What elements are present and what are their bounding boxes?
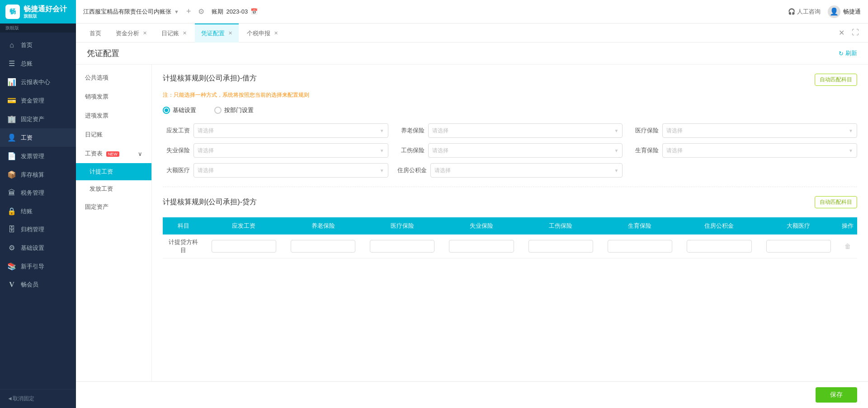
- cancel-fixed-label: ◄取消固定: [7, 395, 34, 403]
- tax-icon: 🏛: [7, 189, 16, 197]
- sidebar-item-label: 税务管理: [21, 189, 44, 197]
- left-nav-payroll-calc[interactable]: 计提工资: [76, 163, 151, 180]
- cancel-fixed-btn[interactable]: ◄取消固定: [0, 389, 76, 408]
- close-all-button[interactable]: ✕: [837, 27, 846, 39]
- sidebar-item-inventory[interactable]: 📦 库存核算: [0, 165, 76, 184]
- tab-capital-label: 资金分析: [116, 29, 139, 38]
- calendar-icon[interactable]: 📅: [250, 8, 258, 15]
- expand-button[interactable]: ⛶: [850, 27, 861, 39]
- input-major-medical[interactable]: [766, 240, 831, 253]
- medical-select[interactable]: 请选择 ▼: [662, 123, 857, 138]
- period-selector[interactable]: 账期 2023-03 📅: [212, 8, 258, 16]
- salary-placeholder: 请选择: [198, 127, 214, 135]
- tab-capital-close[interactable]: ✕: [143, 30, 147, 36]
- left-nav-fixed-assets[interactable]: 固定资产: [76, 197, 151, 216]
- radio-dept[interactable]: 按部门设置: [214, 106, 254, 114]
- section1-note: 注：只能选择一种方式，系统将按照您当前的选择来配置规则: [163, 91, 857, 99]
- delete-row-icon[interactable]: 🗑: [844, 243, 851, 250]
- maternity-label: 生育保险: [632, 146, 659, 155]
- sidebar-item-ledger[interactable]: ☰ 总账: [0, 54, 76, 73]
- maternity-dropdown-icon: ▼: [849, 148, 853, 153]
- radio-basic[interactable]: 基础设置: [163, 106, 196, 114]
- cell-maternity-val: [600, 234, 679, 258]
- radio-dept-circle: [214, 107, 222, 114]
- tab-voucher-close[interactable]: ✕: [228, 30, 232, 36]
- refresh-icon: ↻: [839, 50, 844, 57]
- sidebar-item-closing[interactable]: 🔒 结账: [0, 202, 76, 220]
- tab-tax[interactable]: 个税申报 ✕: [241, 23, 284, 42]
- injury-dropdown-icon: ▼: [614, 148, 618, 153]
- sidebar-item-guide[interactable]: 📚 新手引导: [0, 257, 76, 276]
- sidebar-item-reports[interactable]: 📊 云报表中心: [0, 73, 76, 91]
- input-housing[interactable]: [687, 240, 752, 253]
- user-menu[interactable]: 👤 畅捷通: [828, 5, 861, 18]
- cell-salary-val: [204, 234, 283, 258]
- input-injury[interactable]: [528, 240, 593, 253]
- left-nav-payroll-pay[interactable]: 发放工资: [76, 180, 151, 197]
- tab-home-label: 首页: [90, 29, 101, 38]
- headphone-icon: 🎧: [788, 8, 795, 15]
- sidebar-item-invoices[interactable]: 📄 发票管理: [0, 147, 76, 165]
- auto-match-btn-2[interactable]: 自动匹配科目: [815, 196, 857, 208]
- salary-select[interactable]: 请选择 ▼: [193, 123, 388, 138]
- company-selector[interactable]: 江西服宝精品有限责任公司内账张 ▼: [83, 8, 179, 16]
- maternity-select[interactable]: 请选择 ▼: [662, 143, 857, 158]
- field-salary: 应发工资 请选择 ▼: [163, 123, 388, 138]
- radio-dept-label: 按部门设置: [224, 106, 254, 114]
- left-nav-purchase[interactable]: 进项发票: [76, 106, 151, 125]
- auto-match-btn-1[interactable]: 自动匹配科目: [815, 74, 857, 86]
- th-housing: 住房公积金: [679, 217, 759, 234]
- input-unemployment[interactable]: [449, 240, 514, 253]
- injury-placeholder: 请选择: [432, 147, 448, 155]
- form-grid: 应发工资 请选择 ▼ 养老保险 请选择 ▼ 医疗: [163, 123, 857, 178]
- company-dropdown-icon: ▼: [174, 9, 179, 14]
- left-nav-public[interactable]: 公共选项: [76, 68, 151, 87]
- sidebar-item-archive[interactable]: 🗄 归档管理: [0, 220, 76, 239]
- tab-voucher-label: 凭证配置: [201, 29, 225, 38]
- settings-button[interactable]: ⚙: [198, 7, 204, 16]
- tab-journal-close[interactable]: ✕: [183, 30, 187, 36]
- pension-select[interactable]: 请选择 ▼: [428, 123, 623, 138]
- service-button[interactable]: 🎧 人工咨询: [788, 8, 821, 16]
- sidebar-item-label: 畅会员: [21, 281, 38, 289]
- topbar: 江西服宝精品有限责任公司内账张 ▼ + ⚙ 账期 2023-03 📅 🎧 人工咨…: [76, 0, 868, 23]
- tab-home[interactable]: 首页: [83, 23, 108, 42]
- input-maternity[interactable]: [608, 240, 672, 253]
- tab-capital[interactable]: 资金分析 ✕: [109, 23, 153, 42]
- ledger-icon: ☰: [7, 59, 16, 68]
- sidebar-item-home[interactable]: ⌂ 首页: [0, 36, 76, 54]
- save-btn-area: 保存: [76, 381, 868, 408]
- sidebar-item-label: 工资: [21, 134, 33, 142]
- left-nav-payroll-table[interactable]: 工资表 NEW ∨: [76, 144, 151, 163]
- period-value: 2023-03: [226, 8, 248, 15]
- section2-table-wrapper: 科目 应发工资 养老保险 医疗保险 失业保险 工伤保险 生育保险 住房公积金 大…: [163, 217, 857, 258]
- logo-icon: 畅: [5, 5, 20, 19]
- input-medical[interactable]: [370, 240, 434, 253]
- sidebar-item-assets[interactable]: 🏢 固定资产: [0, 110, 76, 128]
- add-tab-button[interactable]: +: [186, 7, 191, 16]
- sidebar-item-tax[interactable]: 🏛 税务管理: [0, 184, 76, 202]
- capital-icon: 💳: [7, 96, 16, 105]
- sidebar-item-label: 结账: [21, 207, 33, 216]
- left-nav-journal[interactable]: 日记账: [76, 125, 151, 144]
- tab-journal[interactable]: 日记账 ✕: [155, 23, 193, 42]
- unemployment-select[interactable]: 请选择 ▼: [193, 143, 388, 158]
- sidebar-item-payroll[interactable]: 👤 工资: [0, 128, 76, 147]
- sidebar-item-label: 首页: [21, 41, 33, 49]
- injury-label: 工伤保险: [397, 146, 425, 155]
- left-nav-sales[interactable]: 销项发票: [76, 87, 151, 106]
- input-salary[interactable]: [212, 240, 276, 253]
- injury-select[interactable]: 请选择 ▼: [428, 143, 623, 158]
- sidebar-item-member[interactable]: V 畅会员: [0, 276, 76, 294]
- save-button[interactable]: 保存: [816, 387, 857, 403]
- sidebar-item-settings[interactable]: ⚙ 基础设置: [0, 239, 76, 257]
- field-maternity: 生育保险 请选择 ▼: [632, 143, 857, 158]
- housing-select[interactable]: 请选择 ▼: [430, 163, 623, 178]
- input-pension[interactable]: [291, 240, 355, 253]
- tab-voucher[interactable]: 凭证配置 ✕: [195, 23, 239, 42]
- tab-tax-close[interactable]: ✕: [274, 30, 278, 36]
- major-medical-select[interactable]: 请选择 ▼: [193, 163, 388, 178]
- medical-label: 医疗保险: [632, 127, 659, 135]
- refresh-button[interactable]: ↻ 刷新: [839, 49, 857, 57]
- sidebar-item-capital[interactable]: 💳 资金管理: [0, 91, 76, 110]
